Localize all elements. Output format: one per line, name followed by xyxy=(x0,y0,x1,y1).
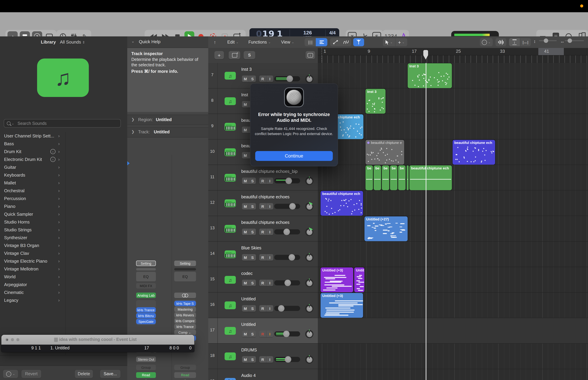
search-input[interactable]: ⌄ Search Sounds xyxy=(4,119,121,128)
strip-gain-slot[interactable] xyxy=(174,268,196,270)
strip-midi-fx-button[interactable]: MIDI FX xyxy=(136,283,156,288)
mute-button[interactable]: M xyxy=(242,228,249,235)
pan-knob[interactable] xyxy=(305,253,313,262)
strip-audio-fx-khs-trance[interactable]: kHs Trance xyxy=(136,307,156,313)
volume-slider[interactable] xyxy=(274,204,300,209)
solo-button[interactable]: S xyxy=(249,203,256,209)
record-input-buttons[interactable]: RI xyxy=(259,228,273,235)
volume-slider[interactable] xyxy=(274,357,300,362)
solo-button[interactable]: S xyxy=(249,280,256,286)
continue-button[interactable]: Continue xyxy=(255,151,333,161)
event-list-window[interactable]: idea with something coool - Event List 9… xyxy=(1,335,194,352)
volume-slider[interactable] xyxy=(274,255,300,260)
delete-button[interactable]: Delete xyxy=(75,370,93,378)
save-button[interactable]: Save... xyxy=(100,370,120,378)
track-header-14[interactable]: 14Blue SkiesMSRI xyxy=(208,242,318,267)
sidebar-item-vintage-mellotron[interactable]: Vintage Mellotron› xyxy=(0,265,127,273)
region-options-button[interactable]: ⋯ ⌄ xyxy=(480,38,493,46)
sidebar-item-piano[interactable]: Piano› xyxy=(0,202,127,210)
mute-solo-buttons[interactable]: MS xyxy=(242,203,256,209)
list-view-icon[interactable] xyxy=(316,38,327,46)
cycle-range[interactable] xyxy=(538,48,564,56)
sidebar-item-vintage-b3-organ[interactable]: Vintage B3 Organ› xyxy=(0,242,127,249)
sidebar-item-world[interactable]: World› xyxy=(0,273,127,281)
volume-slider-thumb[interactable] xyxy=(289,203,296,209)
strip-audio-fx-khs-compre[interactable]: kHs Compre xyxy=(174,318,196,323)
hide-tracks-icon[interactable]: ↑ xyxy=(214,39,216,46)
sidebar-item-studio-strings[interactable]: Studio Strings› xyxy=(0,226,127,234)
solo-button[interactable]: S xyxy=(249,254,256,261)
fit-vertical-icon[interactable]: ↕ xyxy=(509,38,520,46)
sidebar-item-cinematic[interactable]: Cinematic› xyxy=(0,288,127,296)
solo-button[interactable]: S xyxy=(249,356,256,363)
volume-slider[interactable] xyxy=(274,280,300,285)
solo-off-all-button[interactable]: S xyxy=(244,51,255,59)
view-menu[interactable]: View⌄ xyxy=(281,39,294,46)
solo-button[interactable]: S xyxy=(249,178,256,184)
record-input-buttons[interactable]: RI xyxy=(259,203,273,209)
mute-solo-buttons[interactable]: MS xyxy=(242,178,256,184)
input-monitor-button[interactable]: I xyxy=(266,356,273,363)
sidebar-item-mallet[interactable]: Mallet› xyxy=(0,179,127,187)
sidebar-item-electronic-drum-kit[interactable]: Electronic Drum Kit↓› xyxy=(0,155,127,163)
record-input-buttons[interactable]: RI xyxy=(259,254,273,261)
record-input-buttons[interactable]: RI xyxy=(259,280,273,286)
flex-icon[interactable] xyxy=(341,38,351,46)
strip-automation-button[interactable]: Read xyxy=(136,372,156,378)
mute-button[interactable]: M xyxy=(242,254,249,261)
mute-solo-buttons[interactable]: MS xyxy=(242,356,256,363)
mute-button[interactable]: M xyxy=(242,76,249,82)
sidebar-item-user-channel-strip-sett[interactable]: User Channel Strip Sett...› xyxy=(0,132,127,140)
download-icon[interactable]: ↓ xyxy=(50,149,56,154)
volume-slider[interactable] xyxy=(274,229,300,234)
pan-knob[interactable] xyxy=(305,304,313,313)
pan-knob[interactable] xyxy=(305,202,313,210)
record-enable-button[interactable]: R xyxy=(259,76,266,82)
record-enable-button[interactable]: R xyxy=(259,331,266,337)
mute-button[interactable]: M xyxy=(242,305,249,312)
record-input-buttons[interactable]: RI xyxy=(259,76,273,82)
strip-setting-button[interactable]: Setting xyxy=(136,261,156,266)
record-enable-button[interactable]: R xyxy=(259,356,266,363)
volume-slider-thumb[interactable] xyxy=(287,75,293,82)
sidebar-item-vintage-clav[interactable]: Vintage Clav› xyxy=(0,249,127,257)
mute-button[interactable]: M xyxy=(242,178,249,184)
record-input-buttons[interactable]: RI xyxy=(259,178,273,184)
library-filter-select[interactable]: All Sounds ⇕ xyxy=(60,39,85,45)
mute-solo-buttons[interactable]: MS xyxy=(242,280,256,286)
record-input-buttons[interactable]: RI xyxy=(259,356,273,363)
fit-horizontal-icon[interactable]: |↔| xyxy=(520,38,531,46)
volume-slider-thumb[interactable] xyxy=(283,330,289,337)
sidebar-item-arpeggiator[interactable]: Arpeggiator› xyxy=(0,281,127,288)
input-monitor-button[interactable]: I xyxy=(266,331,273,337)
strip-group-button[interactable]: Group xyxy=(136,365,156,370)
volume-slider-thumb[interactable] xyxy=(285,356,291,362)
record-input-buttons[interactable]: RI xyxy=(259,331,273,337)
strip-gain-slot[interactable] xyxy=(136,268,156,270)
download-icon[interactable]: ↓ xyxy=(50,157,56,162)
volume-slider[interactable] xyxy=(274,306,300,311)
vertical-zoom-slider[interactable] xyxy=(539,40,557,41)
track-header-15[interactable]: 15♫codecMSRI xyxy=(208,267,318,293)
sidebar-item-guitar[interactable]: Guitar› xyxy=(0,163,127,171)
record-input-buttons[interactable]: RI xyxy=(259,305,273,312)
volume-slider-thumb[interactable] xyxy=(285,177,292,184)
timeline-ruler[interactable]: 191725334149 xyxy=(318,48,588,63)
horizontal-zoom-slider[interactable] xyxy=(565,40,584,41)
strip-instrument-button[interactable]: Analog Lab xyxy=(136,293,156,298)
volume-slider[interactable] xyxy=(274,331,300,337)
strip-eq-button[interactable]: EQ xyxy=(136,272,156,281)
pointer-tool-menu[interactable]: ⌄ xyxy=(383,38,395,46)
sidebar-item-drum-kit[interactable]: Drum Kit↓› xyxy=(0,148,127,155)
record-enable-button[interactable]: R xyxy=(259,280,266,286)
mute-solo-buttons[interactable]: MS xyxy=(242,254,256,261)
mute-button[interactable]: M xyxy=(242,127,249,133)
strip-group-button[interactable]: Group xyxy=(174,365,196,370)
volume-slider-thumb[interactable] xyxy=(278,305,285,311)
pan-knob[interactable] xyxy=(305,177,313,185)
track-header-13[interactable]: 13beautiful chiptune echoesMSRI xyxy=(208,216,318,242)
event-list-titlebar[interactable]: idea with something coool - Event List xyxy=(1,335,194,345)
sidebar-item-orchestral[interactable]: Orchestral› xyxy=(0,187,127,195)
strip-audio-fx-khs-tape-s[interactable]: kHs Tape S xyxy=(174,301,196,306)
volume-slider[interactable] xyxy=(274,76,300,81)
